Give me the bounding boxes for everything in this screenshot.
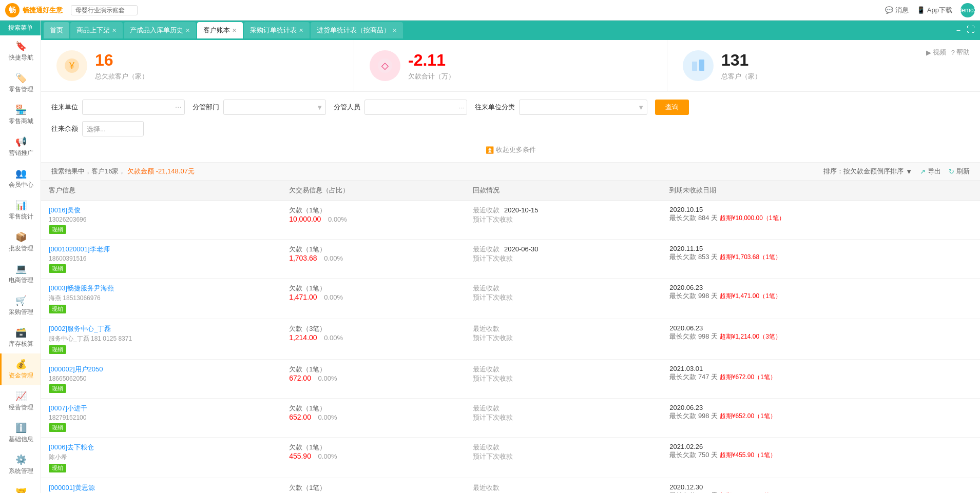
debt-percent-1: 0.00% [324, 254, 343, 262]
overdue-link-4[interactable]: 超期¥672.00（1笔） [720, 373, 776, 381]
tab-close-products[interactable]: ✕ [112, 27, 117, 34]
overdue-link-6[interactable]: 超期¥455.90（1笔） [720, 451, 776, 459]
sidebar-item-system[interactable]: ⚙️ 系统管理 [0, 449, 41, 481]
company-select[interactable]: 母婴行业演示账套 [71, 5, 138, 15]
info-icon: ℹ️ [15, 422, 27, 433]
customer-name-6[interactable]: [0006]去下粮仓 [49, 443, 274, 452]
filter-vendor-dots[interactable]: ··· [175, 103, 182, 112]
debt-amount-1[interactable]: 1,703.68 [289, 254, 317, 262]
sidebar-item-purchase[interactable]: 🛒 采购管理 [0, 290, 41, 322]
customer-name-1[interactable]: [0001020001]李老师 [49, 245, 274, 254]
cell-payment-2: 最近收款 预计下次收款 [465, 279, 662, 319]
cell-customer-4: [000002]用户2050 18665062050 现销 [41, 360, 281, 399]
debt-amount-6[interactable]: 455.90 [289, 452, 311, 460]
video-btn[interactable]: ▶ 视频 [926, 48, 946, 57]
maximize-icon[interactable]: ⛶ [967, 25, 975, 36]
debt-amount-5[interactable]: 652.00 [289, 413, 311, 421]
sidebar-item-inventory[interactable]: 🗃️ 库存核算 [0, 322, 41, 353]
result-actions: 排序：按欠款金额倒序排序 ▼ ↗ 导出 ↻ 刷新 [823, 167, 970, 176]
sidebar-item-enterprise[interactable]: 🤝 企业协同 [0, 481, 41, 493]
video-icon: ▶ [926, 49, 931, 56]
filter-balance-select[interactable]: 选择... [82, 121, 144, 136]
overdue-link-5[interactable]: 超期¥652.00（1笔） [720, 412, 776, 420]
minimize-icon[interactable]: － [954, 25, 963, 36]
refresh-btn[interactable]: ↻ 刷新 [949, 167, 970, 176]
cell-customer-3: [0002]服务中心_丁磊 服务中心_丁磊 181 0125 8371 现销 [41, 319, 281, 360]
sidebar-item-marketing[interactable]: 📢 营销推广 [0, 131, 41, 163]
customer-phone-3: 服务中心_丁磊 181 0125 8371 [49, 334, 274, 343]
message-icon: 💬 [885, 6, 893, 14]
sidebar-item-ecommerce[interactable]: 💻 电商管理 [0, 258, 41, 290]
tab-import[interactable]: 进货单统计表（按商品） ✕ [311, 22, 403, 38]
summary-info-2: -2.11 欠款合计（万） [408, 51, 455, 81]
card-top-right: ▶ 视频 ? 帮助 [926, 48, 970, 57]
overdue-link-3[interactable]: 超期¥1,214.00（3笔） [720, 333, 781, 340]
customer-name-4[interactable]: [000002]用户2050 [49, 365, 274, 374]
cell-customer-6: [0006]去下粮仓 陈小希 现销 [41, 438, 281, 478]
tabs-right: － ⛶ [954, 25, 977, 36]
retail-icon: 🏷️ [15, 72, 27, 84]
message-btn[interactable]: 💬 消息 [885, 6, 909, 15]
tab-close-production[interactable]: ✕ [185, 27, 190, 34]
tab-close-purchase[interactable]: ✕ [299, 27, 303, 34]
logo-area: 畅 畅捷通好生意 母婴行业演示账套 [5, 3, 138, 17]
bookmark-icon: 🔖 [15, 41, 27, 52]
debt-percent-6: 0.00% [318, 452, 337, 460]
person-dots[interactable]: ··· [458, 104, 464, 111]
debt-amount-row-0: 10,000.00 0.00% [289, 215, 457, 223]
tab-account[interactable]: 客户账本 ✕ [197, 22, 243, 38]
customer-phone-4: 18665062050 [49, 375, 274, 382]
avatar[interactable]: demo2 [960, 3, 975, 17]
next-pay-4: 预计下次收款 [473, 374, 654, 383]
result-bar: 搜索结果中，客户16家， 欠款金额 -21,148.07元 排序：按欠款金额倒序… [41, 163, 980, 181]
sidebar-item-basic-info[interactable]: ℹ️ 基础信息 [0, 417, 41, 449]
customer-name-5[interactable]: [0007]小进干 [49, 404, 274, 413]
help-btn[interactable]: ? 帮助 [951, 48, 970, 57]
overdue-link-0[interactable]: 超期¥10,000.00（1笔） [720, 214, 785, 222]
tab-purchase[interactable]: 采购订单统计表 ✕ [244, 22, 310, 38]
sidebar-item-finance[interactable]: 💰 资金管理 [0, 353, 41, 385]
phone-icon: 📱 [917, 6, 925, 14]
customer-name-0[interactable]: [0016]吴俊 [49, 206, 274, 215]
debt-customers-num: 16 [95, 51, 148, 70]
sidebar-item-retail-mall[interactable]: 🏪 零售商城 [0, 99, 41, 131]
tab-home[interactable]: 首页 [44, 22, 69, 38]
debt-amount-3[interactable]: 1,214.00 [289, 333, 317, 342]
tab-close-import[interactable]: ✕ [392, 27, 397, 34]
sidebar-item-batch-mgmt[interactable]: 📦 批发管理 [0, 226, 41, 258]
filter-vendor-label: 往来单位 [51, 103, 78, 112]
debt-amount-2[interactable]: 1,471.00 [289, 293, 317, 301]
tab-products[interactable]: 商品上下架 ✕ [70, 22, 123, 38]
search-menu[interactable]: 搜索菜单 [0, 21, 41, 35]
debt-amount-0[interactable]: 10,000.00 [289, 215, 321, 223]
col-payment: 回款情况 [465, 181, 662, 201]
tab-production[interactable]: 产成品入库单历史 ✕ [124, 22, 196, 38]
overdue-link-2[interactable]: 超期¥1,471.00（1笔） [720, 292, 781, 300]
member-icon: 👥 [15, 168, 27, 179]
sort-label[interactable]: 排序：按欠款金额倒序排序 ▼ [823, 167, 912, 176]
sidebar-item-member[interactable]: 👥 会员中心 [0, 163, 41, 194]
filter-dept-input[interactable] [223, 100, 326, 115]
filter-dept: 分管部门 ▼ [193, 100, 326, 115]
app-download-btn[interactable]: 📱 App下载 [917, 6, 952, 15]
sidebar-item-operations[interactable]: 📈 经营管理 [0, 385, 41, 417]
tab-close-account[interactable]: ✕ [232, 27, 237, 34]
cell-due-0: 2020.10.15 最长欠款 884 天 超期¥10,000.00（1笔） [662, 201, 980, 240]
sidebar-item-retail-mgmt[interactable]: 🏷️ 零售管理 [0, 67, 41, 99]
query-button[interactable]: 查询 [655, 100, 689, 115]
sidebar-item-quick-nav[interactable]: 🔖 快捷导航 [0, 35, 41, 67]
collapse-button[interactable]: ⏫ 收起更多条件 [51, 143, 970, 160]
filter-person-input[interactable] [364, 100, 467, 115]
cell-debt-0: 欠款（1笔） 10,000.00 0.00% [281, 201, 465, 240]
customer-name-2[interactable]: [0003]畅捷服务尹海燕 [49, 284, 274, 293]
customer-name-3[interactable]: [0002]服务中心_丁磊 [49, 324, 274, 333]
overdue-link-1[interactable]: 超期¥1,703.68（1笔） [720, 253, 781, 261]
debt-count-1: 欠款（1笔） [289, 245, 457, 254]
sidebar-item-retail-stats[interactable]: 📊 零售统计 [0, 194, 41, 226]
customer-name-7[interactable]: [000001]黄思源 [49, 483, 274, 492]
filter-category-input[interactable] [519, 100, 647, 115]
export-btn[interactable]: ↗ 导出 [920, 167, 941, 176]
filter-vendor-input[interactable] [82, 100, 185, 115]
customer-tag-4: 现销 [49, 384, 66, 393]
debt-amount-4[interactable]: 672.00 [289, 374, 311, 382]
